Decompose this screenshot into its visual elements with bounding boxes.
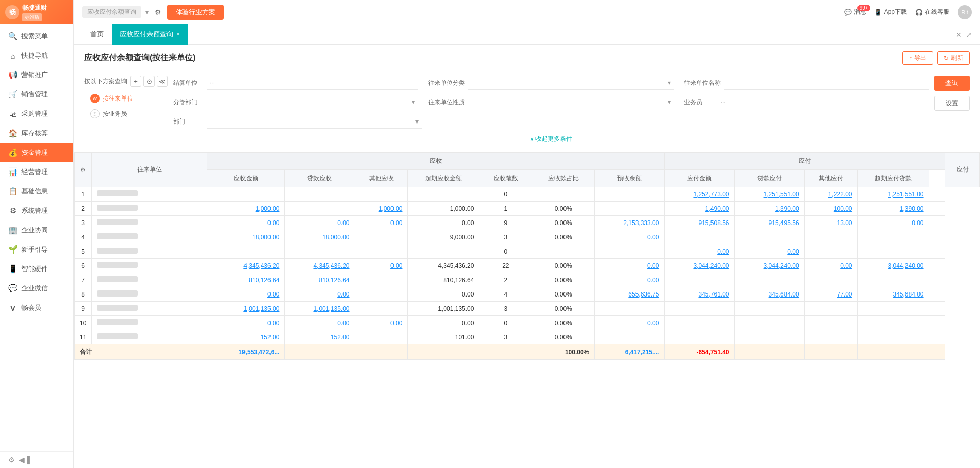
sidebar-item-label: 采购管理	[21, 109, 48, 118]
sidebar-item-search-menu[interactable]: 🔍 搜索菜单	[0, 27, 74, 46]
footer-collapse-btn[interactable]: ◀▐	[19, 456, 30, 464]
page-header: 应收应付余额查询(按往来单位) ↑ 导出 ↻ 刷新	[74, 45, 980, 69]
table-row: 100.000.000.000.0000.00%0.00	[75, 316, 980, 330]
topbar-settings-icon[interactable]: ⚙	[153, 6, 163, 18]
sidebar-item-wechat[interactable]: 💬 企业微信	[0, 279, 74, 298]
unit-nature-label: 往来单位性质	[428, 98, 465, 107]
unit-category-label: 往来单位分类	[428, 79, 465, 87]
breadcrumb-arrow[interactable]: ▾	[145, 9, 149, 16]
scheme-unit-icon: W	[90, 94, 100, 103]
sidebar-menu: 🔍 搜索菜单 ⌂ 快捷导航 📢 营销推广 🛒 销售管理 🛍 采购管理 🏠 库存核…	[0, 24, 74, 451]
quick-nav-icon: ⌂	[8, 52, 17, 60]
filter-edit-btn[interactable]: ⊙	[143, 76, 155, 87]
filter-area: 按以下方案查询 + ⊙ ≪ W 按往来单位 ⏱ 按业务员	[74, 69, 980, 152]
sidebar-item-label: 企业协同	[21, 226, 48, 235]
col-recv-ratio-header: 应收款占比	[532, 170, 595, 187]
sidebar-footer: ⚙ ◀▐	[0, 451, 74, 468]
sidebar-item-sales[interactable]: 🛒 销售管理	[0, 85, 74, 104]
sidebar-item-inventory[interactable]: 🏠 库存核算	[0, 124, 74, 143]
department-select[interactable]: ▾	[207, 114, 422, 129]
hardware-icon: 📱	[8, 264, 17, 274]
salesperson-select[interactable]: ···	[718, 95, 929, 109]
dept-manager-select[interactable]: ▾	[207, 95, 418, 109]
sidebar-item-purchase[interactable]: 🛍 采购管理	[0, 104, 74, 124]
sidebar-item-label: 系统管理	[21, 206, 48, 215]
sidebar-item-member[interactable]: V 畅会员	[0, 298, 74, 317]
sidebar-item-guide[interactable]: 🌱 新手引导	[0, 240, 74, 259]
user-item[interactable]: Rit	[958, 5, 972, 19]
scheme-by-unit[interactable]: W 按往来单位	[84, 91, 168, 106]
set-button[interactable]: 设置	[934, 96, 970, 111]
top-bar-right: 💬 消息 99+ 📱 App下载 🎧 在线客服 Rit	[844, 5, 972, 19]
table-row: 21,000.001,000.001,000.0010.00%1,490.001…	[75, 202, 980, 216]
tab-close-window-btn[interactable]: ✕	[955, 31, 962, 39]
sidebar-item-label: 基础信息	[21, 187, 48, 196]
settlement-unit-label: 结算单位	[173, 79, 204, 87]
filter-add-btn[interactable]: +	[130, 76, 141, 87]
main-content: 首页 应收应付余额查询 × ✕ ⤢ 应收应付余额查询(按往来单位) ↑ 导出 ↻…	[74, 24, 980, 468]
tab-close-btn[interactable]: ×	[176, 31, 180, 38]
export-button[interactable]: ↑ 导出	[902, 51, 933, 65]
message-icon: 💬	[844, 9, 852, 16]
settlement-unit-input[interactable]: ···	[207, 76, 418, 90]
filter-collapse-btn[interactable]: ≪	[157, 76, 168, 87]
query-button[interactable]: 查询	[934, 76, 970, 91]
page-content: 应收应付余额查询(按往来单位) ↑ 导出 ↻ 刷新 按以下方案查询	[74, 45, 980, 468]
unit-category-select[interactable]: ▾	[468, 76, 673, 90]
search-menu-icon: 🔍	[8, 32, 17, 41]
collapse-btn[interactable]: ∧ 收起更多条件	[173, 133, 929, 145]
tab-expand-btn[interactable]: ⤢	[966, 31, 972, 39]
col-other-pay-header: 其他应付	[804, 170, 857, 187]
table-container[interactable]: ⚙ 往来单位 应收 应付 应付 应收金额 贷款应收 其他应收 超期应收金额 应收…	[74, 152, 980, 468]
footer-settings-btn[interactable]: ⚙	[8, 456, 15, 464]
sidebar-item-label: 快捷导航	[21, 51, 48, 60]
solution-button[interactable]: 体验行业方案	[167, 5, 224, 20]
col-payable-group-header: 应付	[665, 153, 945, 170]
online-service-item[interactable]: 🎧 在线客服	[915, 8, 949, 16]
refresh-button[interactable]: ↻ 刷新	[937, 51, 970, 65]
filter-row-3: 部门 ▾	[173, 114, 929, 129]
sidebar-item-finance[interactable]: 💰 资金管理	[0, 143, 74, 162]
member-icon: V	[8, 304, 17, 312]
filter-row-1: 结算单位 ··· 往来单位分类 ▾	[173, 76, 929, 90]
filter-department: 部门 ▾	[173, 114, 422, 129]
table-row: 7810,126.64810,126.64810,126.6420.00%0.0…	[75, 273, 980, 287]
tabs-actions: ✕ ⤢	[955, 31, 972, 39]
filter-salesperson: 业务员 ···	[684, 95, 929, 109]
sidebar-item-enterprise[interactable]: 🏢 企业协同	[0, 220, 74, 240]
tab-home[interactable]: 首页	[82, 24, 112, 45]
total-recv-amount[interactable]: 19,553,472,6...	[207, 344, 285, 360]
filter-label: 按以下方案查询	[84, 77, 127, 86]
filter-top: 按以下方案查询 + ⊙ ≪	[84, 76, 168, 87]
scheme-panel: 按以下方案查询 + ⊙ ≪ W 按往来单位 ⏱ 按业务员	[84, 76, 168, 121]
sidebar-item-label: 企业微信	[21, 284, 48, 293]
sidebar-item-basic-info[interactable]: 📋 基础信息	[0, 182, 74, 201]
scheme-by-staff[interactable]: ⏱ 按业务员	[84, 106, 168, 121]
sidebar-item-hardware[interactable]: 📱 智能硬件	[0, 259, 74, 279]
sidebar-item-system[interactable]: ⚙ 系统管理	[0, 201, 74, 220]
col-overdue-recv-header: 超期应收金额	[408, 170, 479, 187]
sidebar-item-quick-nav[interactable]: ⌂ 快捷导航	[0, 46, 74, 65]
filter-fields: 结算单位 ··· 往来单位分类 ▾	[168, 76, 929, 145]
total-prepaid[interactable]: 6,417,215....	[595, 344, 665, 360]
unit-name-input[interactable]	[724, 76, 929, 90]
col-receivable-group-header: 应收	[207, 153, 665, 170]
export-icon: ↑	[909, 55, 912, 62]
tabs-bar: 首页 应收应付余额查询 × ✕ ⤢	[74, 24, 980, 45]
sidebar-item-label: 经营管理	[21, 167, 48, 177]
filter-unit-nature: 往来单位性质 ▾	[428, 95, 673, 109]
filter-unit-name: 往来单位名称	[684, 76, 929, 90]
logo-text-block: 畅捷通财 标准版	[22, 4, 47, 21]
filter-settlement-unit: 结算单位 ···	[173, 76, 418, 90]
tab-home-label: 首页	[90, 30, 104, 39]
sidebar-item-marketing[interactable]: 📢 营销推广	[0, 65, 74, 85]
sidebar-item-operations[interactable]: 📊 经营管理	[0, 162, 74, 182]
tab-receivable-query[interactable]: 应收应付余额查询 ×	[112, 24, 188, 45]
sidebar-item-label: 营销推广	[21, 70, 48, 80]
app-download-item[interactable]: 📱 App下载	[874, 8, 907, 16]
unit-nature-select[interactable]: ▾	[468, 95, 673, 109]
logo-icon: 畅	[5, 5, 19, 19]
col-setting-header[interactable]: ⚙	[75, 153, 92, 187]
message-item[interactable]: 💬 消息 99+	[844, 8, 866, 16]
top-bar-left: 应收应付余额查询 ▾ ⚙ 体验行业方案	[82, 5, 844, 20]
